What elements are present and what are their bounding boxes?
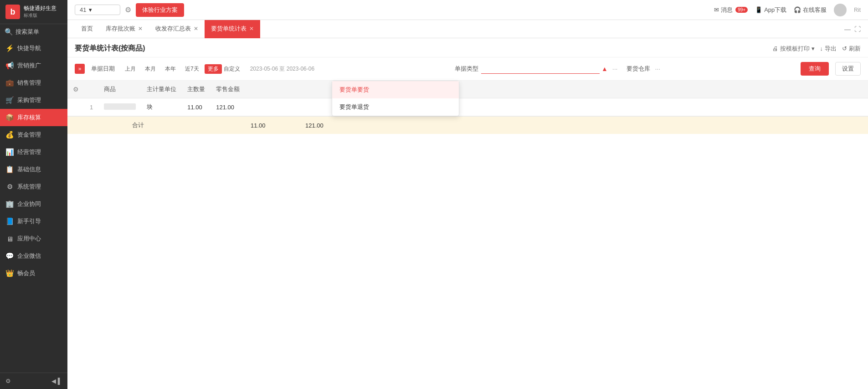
date-option-last-month[interactable]: 上月: [121, 64, 139, 74]
sidebar-settings-icon[interactable]: ⚙: [5, 378, 11, 384]
sidebar-item-operations[interactable]: 📊 经营管理: [0, 143, 67, 161]
data-table-wrapper: ⚙ 商品 主计量单位 主数量 零售金额 1: [67, 81, 868, 116]
sidebar: b 畅捷通好生意 标准版 🔍 搜索菜单 ⚡ 快捷导航 📢 营销推广 💼 销售管理…: [0, 0, 67, 389]
member-icon: 👑: [5, 269, 14, 277]
sidebar-item-finance[interactable]: 💰 资金管理: [0, 126, 67, 143]
tab-receipt-summary[interactable]: 收发存汇总表 ✕: [149, 20, 205, 38]
sidebar-item-newbie[interactable]: 📘 新手引导: [0, 213, 67, 230]
type-filter-input[interactable]: [481, 64, 600, 74]
topbar: 41 ▾ ⚙ 体验行业方案 ✉ 消息 99+ 📱 App下载 🎧 在线客服 Ri…: [67, 0, 868, 20]
sidebar-item-system[interactable]: ⚙ 系统管理: [0, 178, 67, 195]
expand-filter-btn[interactable]: »: [75, 64, 85, 74]
tab-inventory-batch[interactable]: 库存批次账 ✕: [99, 20, 149, 38]
search-menu-label: 搜索菜单: [15, 28, 39, 36]
sidebar-label: 采购管理: [17, 96, 41, 104]
sidebar-item-purchase[interactable]: 🛒 采购管理: [0, 92, 67, 109]
app-download-item[interactable]: 📱 App下载: [755, 6, 786, 14]
th-quantity: 主数量: [182, 81, 211, 98]
sidebar-label: 企业协同: [17, 200, 41, 208]
tab-minimize-icon[interactable]: —: [844, 26, 851, 33]
th-product: 商品: [98, 81, 141, 98]
filter-row: » 单据日期 上月 本月 本年 近7天 更多 自定义 2023-05-06 至 …: [67, 57, 868, 81]
company-name: 畅捷通好生意: [24, 5, 56, 12]
date-options: 上月 本月 本年 近7天 更多 自定义: [121, 64, 240, 74]
print-label: 按模板打印: [780, 45, 810, 53]
print-btn[interactable]: 🖨 按模板打印 ▾: [772, 45, 815, 53]
filter-type-section: 单据类型 ▲ ··· 要货仓库 ···: [455, 64, 660, 74]
footer-amount: 121.00: [305, 122, 342, 129]
logo-icon: b: [5, 5, 20, 19]
date-filter-label: 单据日期: [91, 65, 115, 73]
sidebar-label: 销售管理: [17, 79, 41, 87]
dropdown-arrow-icon: ▾: [89, 6, 92, 13]
column-settings-icon[interactable]: ⚙: [73, 86, 79, 93]
sidebar-item-wechat[interactable]: 💬 企业微信: [0, 247, 67, 265]
query-button[interactable]: 查询: [801, 62, 829, 76]
sidebar-nav: ⚡ 快捷导航 📢 营销推广 💼 销售管理 🛒 采购管理 📦 库存核算 💰 资金管…: [0, 40, 67, 373]
date-option-7days[interactable]: 近7天: [181, 64, 203, 74]
tab-close-icon[interactable]: ✕: [194, 26, 198, 32]
tab-close-icon[interactable]: ✕: [138, 26, 143, 32]
doc-number-value: 41: [80, 6, 86, 13]
date-option-more[interactable]: 更多: [205, 64, 222, 74]
warehouse-more-icon[interactable]: ···: [655, 65, 660, 72]
user-name: Rit: [854, 7, 861, 13]
td-settings: [67, 98, 84, 116]
type-more-icon[interactable]: ···: [612, 65, 618, 72]
purchase-icon: 🛒: [5, 96, 14, 104]
doc-number-selector[interactable]: 41 ▾: [75, 5, 120, 15]
tab-home[interactable]: 首页: [75, 20, 99, 38]
refresh-btn[interactable]: ↺ 刷新: [842, 45, 861, 53]
topbar-settings-icon[interactable]: ⚙: [125, 5, 131, 14]
export-btn[interactable]: ↓ 导出: [820, 45, 837, 53]
page-header-actions: 🖨 按模板打印 ▾ ↓ 导出 ↺ 刷新: [772, 45, 861, 53]
th-unit: 主计量单位: [141, 81, 182, 98]
sidebar-item-inventory[interactable]: 📦 库存核算: [0, 109, 67, 126]
finance-icon: 💰: [5, 131, 14, 139]
th-amount: 零售金额: [211, 81, 245, 98]
footer-total-label: 合计: [132, 121, 178, 129]
export-icon: ↓: [820, 45, 823, 52]
sidebar-item-sales[interactable]: 💼 销售管理: [0, 74, 67, 92]
user-avatar[interactable]: [834, 4, 847, 16]
message-item[interactable]: ✉ 消息 99+: [714, 6, 748, 14]
footer-quantity: 11.00: [251, 122, 287, 129]
sidebar-item-basic-info[interactable]: 📋 基础信息: [0, 161, 67, 178]
date-option-custom[interactable]: 自定义: [224, 65, 240, 73]
tab-close-icon[interactable]: ✕: [249, 26, 254, 32]
refresh-icon: ↺: [842, 45, 847, 52]
system-icon: ⚙: [5, 183, 14, 191]
settings-button[interactable]: 设置: [835, 62, 861, 76]
tabs-right: — ⛶: [844, 26, 861, 33]
app-center-icon: 🖥: [5, 235, 14, 243]
type-chevron-up-icon[interactable]: ▲: [601, 65, 608, 72]
online-service-item[interactable]: 🎧 在线客服: [794, 6, 827, 14]
tab-order-stats[interactable]: 要货单统计表 ✕: [205, 20, 260, 38]
sidebar-item-quick-nav[interactable]: ⚡ 快捷导航: [0, 40, 67, 57]
trial-btn[interactable]: 体验行业方案: [136, 3, 184, 17]
product-placeholder: [104, 103, 136, 110]
sidebar-item-member[interactable]: 👑 畅会员: [0, 265, 67, 282]
sidebar-item-app-center[interactable]: 🖥 应用中心: [0, 230, 67, 247]
dropdown-item-return-goods[interactable]: 要货单退货: [332, 98, 459, 116]
sidebar-label: 系统管理: [17, 183, 41, 191]
topbar-left: 41 ▾ ⚙ 体验行业方案: [75, 3, 184, 17]
inventory-icon: 📦: [5, 113, 14, 122]
sidebar-item-search[interactable]: 🔍 搜索菜单: [0, 24, 67, 40]
date-option-this-month[interactable]: 本月: [141, 64, 159, 74]
date-option-this-year[interactable]: 本年: [161, 64, 180, 74]
tab-maximize-icon[interactable]: ⛶: [854, 26, 861, 33]
headset-icon: 🎧: [794, 6, 801, 13]
enterprise-icon: 🏢: [5, 200, 14, 208]
main-content: 41 ▾ ⚙ 体验行业方案 ✉ 消息 99+ 📱 App下载 🎧 在线客服 Ri…: [67, 0, 868, 389]
export-label: 导出: [825, 45, 837, 53]
sidebar-collapse-icon[interactable]: ◀ ▌: [51, 378, 62, 384]
phone-icon: 📱: [755, 6, 762, 13]
sidebar-item-marketing[interactable]: 📢 营销推广: [0, 57, 67, 74]
basic-info-icon: 📋: [5, 165, 14, 174]
data-table: ⚙ 商品 主计量单位 主数量 零售金额 1: [67, 81, 868, 116]
sidebar-item-enterprise[interactable]: 🏢 企业协同: [0, 195, 67, 213]
dropdown-item-order-goods[interactable]: 要货单要货: [332, 81, 459, 98]
quick-nav-icon: ⚡: [5, 44, 14, 52]
sidebar-label: 应用中心: [17, 235, 41, 243]
